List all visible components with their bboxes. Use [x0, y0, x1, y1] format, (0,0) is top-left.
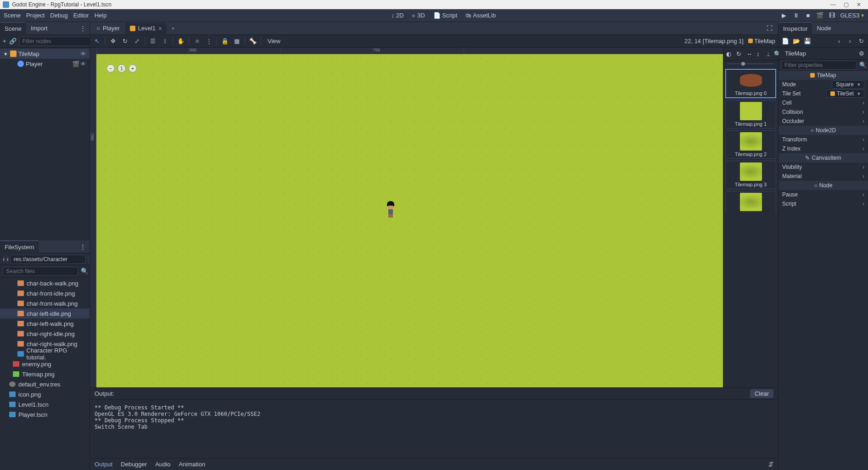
tab-scene[interactable]: Scene: [0, 22, 26, 35]
add-scene-icon[interactable]: +: [168, 25, 179, 32]
menu-scene[interactable]: Scene: [4, 12, 21, 19]
close-button[interactable]: ✕: [852, 1, 865, 8]
view-menu[interactable]: View: [265, 38, 283, 45]
prop-group-occluder[interactable]: Occluder›: [778, 117, 868, 126]
file-item[interactable]: Character RPG tutorial.: [0, 349, 90, 359]
prop-value-dropdown[interactable]: Square▾: [832, 80, 864, 89]
scene-tab-player[interactable]: ○ Player: [92, 23, 124, 34]
class-section-node2d[interactable]: ○ Node2D: [778, 126, 868, 135]
class-section-node[interactable]: ○ Node: [778, 181, 868, 190]
node-menu-icon[interactable]: ⚙: [859, 50, 864, 57]
tileset-zoom-slider[interactable]: [723, 61, 778, 67]
expand-bottom-icon[interactable]: ⇵: [768, 461, 773, 468]
select-tool-icon[interactable]: ↖: [93, 37, 101, 45]
file-item[interactable]: char-front-idle.png: [0, 288, 90, 298]
tile-item[interactable]: Tilemap.png 1: [725, 100, 776, 129]
rotate-tile-icon[interactable]: ↻: [736, 50, 744, 58]
viewport-canvas[interactable]: 500750 250 − 1 +: [90, 48, 723, 387]
close-icon[interactable]: ×: [158, 23, 162, 34]
file-item[interactable]: icon.png: [0, 389, 90, 399]
erase-icon[interactable]: ⟂: [767, 50, 774, 58]
workspace-2d[interactable]: ↕ 2D: [392, 12, 404, 19]
file-item[interactable]: char-left-idle.png: [0, 308, 90, 319]
visibility-icon[interactable]: 👁: [80, 61, 87, 67]
file-item[interactable]: char-right-idle.png: [0, 329, 90, 339]
menu-debug[interactable]: Debug: [50, 12, 67, 19]
move-tool-icon[interactable]: ✥: [109, 37, 117, 45]
prop-group-pause[interactable]: Pause›: [778, 190, 868, 199]
scene-panel-menu-icon[interactable]: ⋮: [76, 25, 90, 32]
tab-output[interactable]: Output: [95, 461, 112, 468]
output-body[interactable]: ** Debug Process Started ** OpenGL ES 3.…: [90, 400, 778, 458]
scale-tool-icon[interactable]: ⤢: [133, 37, 141, 45]
snap-menu-icon[interactable]: ⋮: [205, 37, 213, 45]
workspace-assetlib[interactable]: 🛍 AssetLib: [465, 12, 496, 19]
menu-editor[interactable]: Editor: [73, 12, 89, 19]
tab-inspector[interactable]: Inspector: [778, 22, 812, 35]
player-sprite[interactable]: [386, 201, 396, 217]
workspace-3d[interactable]: ⟐ 3D: [412, 12, 425, 19]
nav-fwd-icon[interactable]: ›: [6, 255, 8, 263]
prop-group-material[interactable]: Material›: [778, 172, 868, 181]
pan-tool-icon[interactable]: ✋: [177, 37, 185, 45]
tilemap-canvas[interactable]: − 1 +: [96, 54, 723, 387]
visibility-icon[interactable]: 👁: [80, 50, 87, 57]
file-item[interactable]: Level1.tscn: [0, 399, 90, 409]
tile-item[interactable]: Tilemap.png 3: [725, 161, 776, 189]
paint-tool-icon[interactable]: ◐: [726, 50, 734, 58]
minimize-button[interactable]: —: [827, 1, 840, 8]
play-custom-button[interactable]: 🎞: [828, 12, 835, 19]
prop-group-transform[interactable]: Transform›: [778, 135, 868, 144]
scene-node-tilemap[interactable]: ▾ TileMap 👁: [0, 49, 90, 59]
link-icon[interactable]: 🔗: [9, 37, 17, 45]
prop-group-script[interactable]: Script›: [778, 199, 868, 208]
flip-h-icon[interactable]: ↔: [746, 50, 754, 58]
file-item[interactable]: Tilemap.png: [0, 369, 90, 379]
tab-animation[interactable]: Animation: [179, 461, 205, 468]
zoom-in-icon[interactable]: +: [129, 64, 137, 73]
prop-group-zindex[interactable]: Z Index›: [778, 144, 868, 153]
prop-group-cell[interactable]: Cell›: [778, 98, 868, 107]
file-item[interactable]: char-back-walk.png: [0, 278, 90, 288]
tab-import[interactable]: Import: [26, 22, 52, 35]
filter-properties-input[interactable]: [781, 61, 857, 70]
save-resource-icon[interactable]: 💾: [803, 37, 812, 45]
tab-filesystem[interactable]: FileSystem: [0, 241, 39, 253]
file-item[interactable]: char-front-walk.png: [0, 298, 90, 308]
zoom-out-icon[interactable]: −: [106, 64, 115, 73]
tab-debugger[interactable]: Debugger: [121, 461, 147, 468]
group-icon[interactable]: ▦: [233, 37, 241, 45]
menu-project[interactable]: Project: [26, 12, 45, 19]
tile-item[interactable]: Tilemap.png 0: [725, 69, 776, 98]
play-scene-button[interactable]: 🎬: [816, 12, 823, 19]
lock-icon[interactable]: 🔒: [221, 37, 229, 45]
search-icon[interactable]: 🔍: [78, 268, 88, 274]
file-item[interactable]: char-left-walk.png: [0, 319, 90, 329]
clear-button[interactable]: Clear: [750, 389, 773, 398]
filesystem-path-input[interactable]: [11, 255, 86, 264]
workspace-script[interactable]: 📄 Script: [433, 12, 458, 19]
prop-value-resource[interactable]: TileSet▾: [826, 90, 864, 98]
load-resource-icon[interactable]: 📂: [792, 37, 801, 45]
prop-group-collision[interactable]: Collision›: [778, 107, 868, 117]
history-fwd-icon[interactable]: ›: [846, 37, 854, 45]
add-node-icon[interactable]: +: [3, 37, 6, 45]
ruler-tool-icon[interactable]: ⟟: [161, 37, 169, 45]
snap-icon[interactable]: ⌗: [193, 37, 201, 45]
maximize-button[interactable]: ▢: [840, 1, 852, 8]
renderer-label[interactable]: GLES3 ▾: [840, 12, 864, 19]
tab-node[interactable]: Node: [812, 22, 835, 35]
open-scene-icon[interactable]: 🎬: [72, 61, 78, 67]
play-button[interactable]: ▶: [780, 12, 788, 19]
filter-nodes-input[interactable]: [19, 37, 95, 46]
flip-v-icon[interactable]: ↕: [756, 50, 764, 58]
nav-back-icon[interactable]: ‹: [3, 255, 5, 263]
scene-node-player[interactable]: Player 🎬👁: [0, 59, 90, 69]
pause-button[interactable]: ⏸: [792, 12, 800, 19]
bone-icon[interactable]: 🦴: [249, 37, 257, 45]
tab-audio[interactable]: Audio: [155, 461, 170, 468]
tilemap-mode-label[interactable]: TileMap: [748, 38, 775, 45]
stop-button[interactable]: ■: [804, 12, 812, 19]
tile-item[interactable]: Tilemap.png 2: [725, 130, 776, 159]
filesystem-search-input[interactable]: [3, 267, 78, 276]
